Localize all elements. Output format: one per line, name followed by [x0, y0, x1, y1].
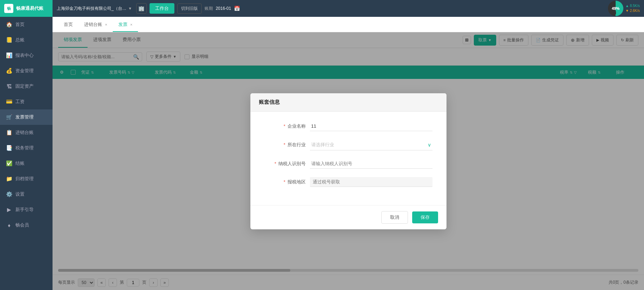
member-icon: ♦ [6, 222, 13, 229]
sidebar-item-home[interactable]: 🏠 首页 [0, 17, 53, 32]
period-value: 2016-01 [216, 6, 231, 11]
sidebar-item-member[interactable]: ♦ 畅会员 [0, 217, 53, 233]
sidebar-item-salary[interactable]: 💳 工资 [0, 94, 53, 109]
net-down: ▼ 2.6K/s [625, 8, 640, 13]
save-button[interactable]: 保存 [412, 211, 438, 223]
net-up: ▲ 8.5K/s [625, 4, 640, 8]
invoice-mgmt-icon: 🛒 [6, 114, 13, 121]
required-star: * [284, 179, 285, 184]
company-name: 上海卯金刀电子科技有限公司_（台201... [57, 6, 127, 12]
tax-id-label: * 纳税人识别号 [264, 161, 310, 167]
tab-close-invoice[interactable]: × [130, 22, 132, 27]
form-row-industry: * 所在行业 请选择行业 ∨ [264, 140, 432, 150]
home-icon: 🏠 [6, 21, 13, 28]
tax-id-input[interactable] [310, 159, 432, 169]
sidebar-item-label: 归档管理 [15, 176, 34, 182]
industry-label: * 所在行业 [264, 142, 310, 148]
reports-icon: 📊 [6, 52, 13, 59]
period-label: 账期 [205, 6, 213, 12]
calendar-icon[interactable]: 📅 [234, 6, 240, 11]
sidebar-item-label: 畅会员 [15, 222, 29, 228]
tax-icon: 📑 [6, 144, 13, 151]
modal-overlay: 账套信息 * 企业名称 * 所在行 [53, 32, 644, 290]
sidebar-item-guide[interactable]: ▶ 新手引导 [0, 202, 53, 217]
company-icon-btn[interactable]: 🏢 [136, 3, 147, 14]
purchase-sale-icon: 📋 [6, 129, 13, 136]
tax-region-label: * 报税地区 [264, 179, 310, 185]
sidebar-item-label: 税务管理 [15, 145, 34, 151]
settings-icon: ⚙️ [6, 191, 13, 198]
workbench-button[interactable]: 工作台 [150, 3, 174, 14]
industry-select[interactable]: 请选择行业 ∨ [310, 140, 432, 150]
tab-close-purchase-sale[interactable]: × [105, 22, 107, 27]
speed-pct-label: 49% [612, 6, 619, 11]
tab-invoice[interactable]: 发票 × [113, 18, 138, 32]
form-row-tax-region: * 报税地区 [264, 177, 432, 187]
modal-account-info: 账套信息 * 企业名称 * 所在行 [250, 93, 446, 229]
assets-icon: 🏗 [6, 83, 13, 90]
switch-old-button[interactable]: 切到旧版 [177, 4, 202, 14]
required-star: * [275, 161, 276, 166]
sidebar-item-tax[interactable]: 📑 税务管理 [0, 140, 53, 156]
tab-home[interactable]: 首页 [58, 18, 78, 32]
tax-region-input [310, 177, 432, 187]
sidebar-item-label: 新手引导 [15, 207, 34, 213]
sidebar-item-label: 设置 [15, 191, 25, 197]
sidebar-item-label: 资金管理 [15, 68, 34, 74]
funds-icon: 💰 [6, 67, 13, 74]
sidebar-item-label: 进销台账 [15, 129, 34, 136]
tabs-bar: 首页 进销台账 × 发票 × [53, 17, 644, 32]
sidebar-item-ledger[interactable]: 📒 总账 [0, 32, 53, 48]
cancel-button[interactable]: 取消 [381, 211, 408, 224]
speed-circle: 49% 49% [608, 1, 623, 16]
sidebar-item-label: 总账 [15, 37, 25, 43]
sidebar-item-label: 发票管理 [15, 114, 34, 120]
form-row-tax-id: * 纳税人识别号 [264, 159, 432, 169]
sidebar-logo: 畅 畅康通易代账 [0, 0, 53, 17]
sidebar-item-invoice-mgmt[interactable]: 🛒 发票管理 [0, 109, 53, 125]
guide-icon: ▶ [6, 206, 13, 213]
network-stats: ▲ 8.5K/s ▼ 2.6K/s [625, 4, 640, 13]
settle-icon: ✅ [6, 160, 13, 167]
company-name-label: * 企业名称 [264, 123, 310, 129]
main-area: 上海卯金刀电子科技有限公司_（台201... ▼ 🏢 工作台 切到旧版 账期 2… [53, 0, 644, 290]
industry-dropdown-icon: ∨ [428, 142, 431, 148]
sidebar-item-funds[interactable]: 💰 资金管理 [0, 63, 53, 79]
header-right: 49% 49% ▲ 8.5K/s ▼ 2.6K/s [608, 1, 640, 16]
salary-icon: 💳 [6, 98, 13, 105]
company-name-input[interactable] [310, 121, 432, 131]
sidebar-item-label: 报表中心 [15, 52, 34, 59]
logo-icon: 畅 [4, 4, 13, 13]
company-dropdown-icon: ▼ [128, 6, 132, 11]
sidebar: 畅 畅康通易代账 🏠 首页 📒 总账 📊 报表中心 💰 资金管理 🏗 固定资产 … [0, 0, 53, 290]
industry-placeholder: 请选择行业 [311, 142, 428, 148]
company-selector[interactable]: 上海卯金刀电子科技有限公司_（台201... ▼ [57, 6, 132, 12]
logo-text: 畅康通易代账 [16, 5, 43, 12]
sidebar-item-label: 工资 [15, 99, 25, 105]
sidebar-item-label: 结账 [15, 160, 25, 167]
content-area: 销项发票 进项发票 费用小票 ⊞ 取票 ▼ ≡ [53, 32, 644, 290]
modal-body: * 企业名称 * 所在行业 请选择行业 ∨ [250, 112, 446, 205]
building-icon: 🏢 [138, 6, 144, 11]
modal-title: 账套信息 [259, 99, 280, 105]
top-header: 上海卯金刀电子科技有限公司_（台201... ▼ 🏢 工作台 切到旧版 账期 2… [53, 0, 644, 17]
sidebar-item-settings[interactable]: ⚙️ 设置 [0, 187, 53, 202]
archive-icon: 📁 [6, 175, 13, 182]
sidebar-item-purchase-sale[interactable]: 📋 进销台账 [0, 125, 53, 140]
sidebar-item-reports[interactable]: 📊 报表中心 [0, 48, 53, 63]
sidebar-item-label: 首页 [15, 21, 25, 28]
tab-purchase-sale[interactable]: 进销台账 × [78, 18, 113, 32]
sidebar-item-archive[interactable]: 📁 归档管理 [0, 171, 53, 187]
sidebar-item-label: 固定资产 [15, 83, 34, 89]
modal-footer: 取消 保存 [250, 205, 446, 229]
modal-header: 账套信息 [250, 93, 446, 112]
required-star: * [284, 123, 285, 129]
sidebar-item-settle[interactable]: ✅ 结账 [0, 156, 53, 171]
form-row-company-name: * 企业名称 [264, 121, 432, 131]
ledger-icon: 📒 [6, 36, 13, 43]
sidebar-item-assets[interactable]: 🏗 固定资产 [0, 79, 53, 94]
required-star: * [284, 142, 285, 147]
